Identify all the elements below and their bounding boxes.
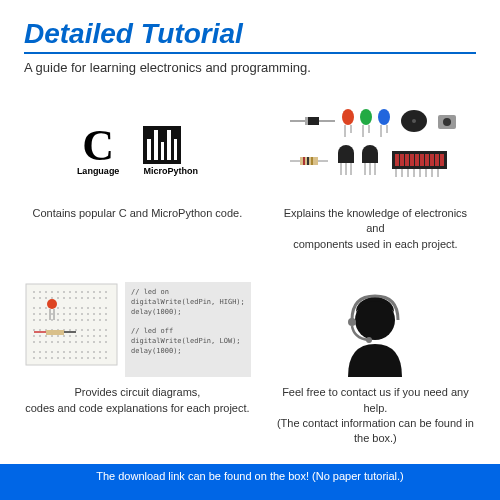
svg-point-57	[39, 297, 41, 299]
svg-point-71	[45, 307, 47, 309]
svg-point-167	[75, 357, 77, 359]
svg-point-109	[39, 329, 41, 331]
micropython-icon	[143, 126, 181, 164]
svg-point-58	[45, 297, 47, 299]
feature-grid: C Language MicroPython Contains popular …	[0, 83, 500, 457]
svg-rect-176	[46, 330, 64, 335]
svg-point-90	[81, 313, 83, 315]
svg-point-162	[45, 357, 47, 359]
svg-point-98	[51, 319, 53, 321]
svg-rect-21	[400, 154, 404, 166]
svg-point-63	[75, 297, 77, 299]
c-letter-icon: C	[77, 128, 120, 163]
support-person-icon	[275, 282, 476, 377]
svg-point-121	[33, 335, 35, 337]
svg-point-49	[69, 291, 71, 293]
svg-point-46	[51, 291, 53, 293]
svg-point-128	[75, 335, 77, 337]
svg-point-139	[63, 341, 65, 343]
svg-point-153	[69, 351, 71, 353]
svg-point-47	[57, 291, 59, 293]
svg-point-13	[443, 118, 451, 126]
svg-point-87	[63, 313, 65, 315]
svg-rect-20	[395, 154, 399, 166]
components-illustration	[275, 103, 476, 198]
svg-point-123	[45, 335, 47, 337]
components-caption: Explains the knowledge of electronics an…	[275, 206, 476, 252]
c-language-label: Language	[77, 166, 120, 176]
svg-point-146	[105, 341, 107, 343]
svg-point-126	[63, 335, 65, 337]
svg-point-160	[33, 357, 35, 359]
svg-rect-40	[307, 157, 309, 165]
svg-point-147	[33, 351, 35, 353]
svg-point-48	[63, 291, 65, 293]
svg-point-136	[45, 341, 47, 343]
svg-point-60	[57, 297, 59, 299]
svg-point-131	[93, 335, 95, 337]
svg-point-92	[93, 313, 95, 315]
code-snippet: // led on digitalWrite(ledPin, HIGH); de…	[125, 282, 251, 377]
svg-point-120	[105, 329, 107, 331]
svg-point-56	[33, 297, 35, 299]
svg-point-143	[87, 341, 89, 343]
svg-point-82	[33, 313, 35, 315]
transistor-icon	[362, 145, 378, 175]
micropython-label: MicroPython	[143, 166, 198, 176]
svg-rect-23	[410, 154, 414, 166]
feature-languages: C Language MicroPython Contains popular …	[24, 103, 251, 252]
svg-point-93	[99, 313, 101, 315]
svg-point-124	[51, 335, 53, 337]
svg-point-119	[99, 329, 101, 331]
led-red-icon	[342, 109, 354, 137]
svg-point-64	[81, 297, 83, 299]
svg-rect-22	[405, 154, 409, 166]
svg-point-9	[378, 109, 390, 125]
svg-point-181	[366, 337, 372, 343]
svg-point-43	[33, 291, 35, 293]
svg-point-12	[412, 119, 416, 123]
svg-rect-25	[420, 154, 424, 166]
svg-point-77	[81, 307, 83, 309]
svg-point-137	[51, 341, 53, 343]
page-subtitle: A guide for learning electronics and pro…	[24, 60, 476, 75]
svg-point-75	[69, 307, 71, 309]
svg-point-84	[45, 313, 47, 315]
svg-point-144	[93, 341, 95, 343]
svg-point-88	[69, 313, 71, 315]
svg-rect-27	[430, 154, 434, 166]
svg-point-125	[57, 335, 59, 337]
svg-point-168	[81, 357, 83, 359]
svg-point-149	[45, 351, 47, 353]
svg-point-65	[87, 297, 89, 299]
svg-point-108	[33, 329, 35, 331]
svg-point-101	[69, 319, 71, 321]
svg-point-86	[57, 313, 59, 315]
svg-point-169	[87, 357, 89, 359]
svg-point-103	[81, 319, 83, 321]
footer-banner: The download link can be found on the bo…	[0, 464, 500, 500]
svg-point-62	[69, 297, 71, 299]
svg-point-78	[87, 307, 89, 309]
svg-point-173	[47, 299, 57, 309]
feature-support: Feel free to contact us if you need any …	[275, 282, 476, 447]
svg-point-74	[63, 307, 65, 309]
header: Detailed Tutorial A guide for learning e…	[0, 0, 500, 83]
svg-point-59	[51, 297, 53, 299]
footer-text: The download link can be found on the bo…	[96, 470, 404, 482]
page-title: Detailed Tutorial	[24, 18, 476, 54]
svg-rect-28	[435, 154, 439, 166]
svg-point-114	[69, 329, 71, 331]
breadboard-icon	[24, 282, 119, 377]
feature-circuit-code: // led on digitalWrite(ledPin, HIGH); de…	[24, 282, 251, 447]
svg-point-117	[87, 329, 89, 331]
svg-point-154	[75, 351, 77, 353]
svg-point-130	[87, 335, 89, 337]
svg-point-141	[75, 341, 77, 343]
svg-point-142	[81, 341, 83, 343]
svg-point-180	[348, 318, 356, 326]
languages-illustration: C Language MicroPython	[24, 103, 251, 198]
svg-point-170	[93, 357, 95, 359]
svg-point-51	[81, 291, 83, 293]
svg-point-80	[99, 307, 101, 309]
